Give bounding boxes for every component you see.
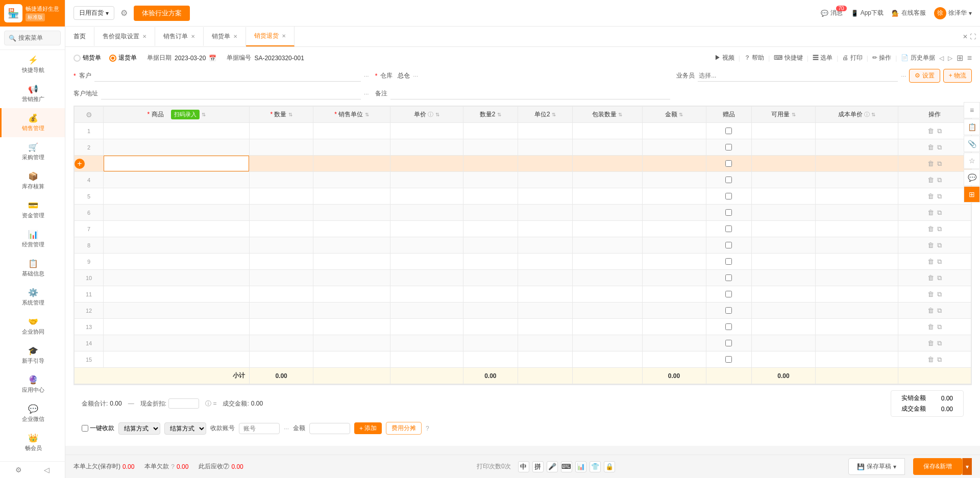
- cell-quantity-9[interactable]: [250, 254, 313, 270]
- sidebar-item-finance[interactable]: 💳 资金管理: [0, 195, 65, 224]
- copy-row-icon-3[interactable]: ⧉: [937, 160, 942, 168]
- cell-product-4[interactable]: [104, 172, 250, 188]
- cell-unit-price-5[interactable]: [390, 188, 463, 205]
- unit2-input-11[interactable]: [518, 286, 572, 302]
- gift-checkbox-4[interactable]: [725, 177, 732, 183]
- cell-amount-1[interactable]: [642, 123, 706, 139]
- cell-quantity-8[interactable]: [250, 237, 313, 254]
- cell-product-11[interactable]: [104, 286, 250, 303]
- cell-unit2-11[interactable]: [518, 286, 572, 303]
- quantity-input-4[interactable]: [250, 172, 313, 188]
- cell-pack-qty-12[interactable]: [573, 303, 642, 319]
- status-icon-3[interactable]: 🎤: [547, 461, 558, 472]
- qty2-input-14[interactable]: [463, 335, 518, 351]
- cell-unit2-4[interactable]: [518, 172, 572, 188]
- cost-price-input-4[interactable]: [816, 172, 898, 188]
- copy-row-icon-6[interactable]: ⧉: [937, 209, 942, 217]
- cell-available-8[interactable]: [751, 237, 815, 254]
- product-input-8[interactable]: [104, 237, 249, 253]
- unit-price-input-4[interactable]: [390, 172, 463, 188]
- quantity-input-6[interactable]: [250, 205, 313, 220]
- cell-amount-15[interactable]: [642, 351, 706, 368]
- status-icon-7[interactable]: 🔒: [604, 461, 615, 472]
- amount-input-3[interactable]: [643, 156, 706, 171]
- item-debt-icon[interactable]: ?: [171, 463, 175, 470]
- cell-available-6[interactable]: [751, 205, 815, 221]
- cell-amount-8[interactable]: [642, 237, 706, 254]
- sales-unit-input-1[interactable]: [313, 123, 390, 139]
- cost-price-input-14[interactable]: [816, 335, 898, 351]
- cell-pack-qty-5[interactable]: [573, 188, 642, 205]
- unit-price-info-icon[interactable]: ⓘ: [428, 111, 433, 117]
- cell-amount-6[interactable]: [642, 205, 706, 221]
- cell-unit2-13[interactable]: [518, 319, 572, 335]
- price-sort-icon[interactable]: ⇅: [435, 112, 439, 117]
- gift-checkbox-cell-10[interactable]: [706, 270, 751, 286]
- cell-cost-price-11[interactable]: [815, 286, 898, 303]
- amount-input-5[interactable]: [643, 188, 706, 204]
- gift-checkbox-13[interactable]: [725, 323, 732, 330]
- gift-checkbox-1[interactable]: [725, 128, 732, 134]
- unit-price-input-5[interactable]: [390, 188, 463, 204]
- cell-amount-12[interactable]: [642, 303, 706, 319]
- cell-product-3[interactable]: [104, 156, 250, 172]
- gift-checkbox-cell-3[interactable]: [706, 156, 751, 171]
- cell-product-7[interactable]: [104, 221, 250, 237]
- gift-checkbox-8[interactable]: [725, 242, 732, 248]
- cell-qty2-1[interactable]: [463, 123, 518, 139]
- copy-row-icon-11[interactable]: ⧉: [937, 290, 942, 298]
- cell-qty2-11[interactable]: [463, 286, 518, 303]
- one-click-checkbox-input[interactable]: [82, 425, 88, 432]
- collapse-sidebar-icon[interactable]: ◁: [44, 466, 50, 474]
- cell-cost-price-2[interactable]: [815, 139, 898, 156]
- sales-unit-input-2[interactable]: [313, 139, 390, 155]
- cell-quantity-5[interactable]: [250, 188, 313, 205]
- delete-row-icon-2[interactable]: 🗑: [927, 143, 934, 151]
- save-draft-button[interactable]: 💾 保存草稿 ▾: [848, 458, 905, 475]
- delete-row-icon-7[interactable]: 🗑: [927, 225, 934, 233]
- cell-amount-2[interactable]: [642, 139, 706, 156]
- qty2-input-7[interactable]: [463, 221, 518, 237]
- available-input-14[interactable]: [752, 335, 815, 351]
- cost-price-input-11[interactable]: [816, 286, 898, 302]
- fee-split-button[interactable]: 费用分摊: [386, 422, 422, 435]
- cell-quantity-15[interactable]: [250, 351, 313, 368]
- product-input-14[interactable]: [104, 335, 249, 351]
- status-icon-4[interactable]: ⌨: [561, 461, 572, 472]
- address-input[interactable]: [101, 88, 361, 99]
- cell-available-3[interactable]: [751, 156, 815, 172]
- cell-quantity-6[interactable]: [250, 205, 313, 221]
- cell-cost-price-10[interactable]: [815, 270, 898, 286]
- quantity-input-1[interactable]: [250, 123, 313, 139]
- copy-row-icon-12[interactable]: ⧉: [937, 307, 942, 315]
- pack-qty-input-11[interactable]: [573, 286, 642, 302]
- cell-unit2-2[interactable]: [518, 139, 572, 156]
- unit-price-input-12[interactable]: [390, 303, 463, 318]
- available-input-3[interactable]: [752, 156, 815, 171]
- cell-unit-price-14[interactable]: [390, 335, 463, 351]
- cell-amount-9[interactable]: [642, 254, 706, 270]
- cell-unit-price-2[interactable]: [390, 139, 463, 156]
- available-input-1[interactable]: [752, 123, 815, 139]
- unit2-input-3[interactable]: [518, 156, 572, 171]
- cell-cost-price-15[interactable]: [815, 351, 898, 368]
- pack-qty-input-15[interactable]: [573, 351, 642, 367]
- amount-input-12[interactable]: [643, 303, 706, 318]
- gift-checkbox-cell-6[interactable]: [706, 205, 751, 220]
- cell-sales-unit-11[interactable]: [313, 286, 390, 303]
- cell-unit2-3[interactable]: [518, 156, 572, 172]
- right-panel-btn-2[interactable]: 📋: [964, 119, 980, 135]
- cell-amount-13[interactable]: [642, 319, 706, 335]
- cell-cost-price-6[interactable]: [815, 205, 898, 221]
- cell-cost-price-7[interactable]: [815, 221, 898, 237]
- cell-unit-price-11[interactable]: [390, 286, 463, 303]
- one-click-payment-checkbox[interactable]: 一键收款: [82, 424, 114, 433]
- cell-unit2-15[interactable]: [518, 351, 572, 368]
- cell-unit2-10[interactable]: [518, 270, 572, 286]
- cell-pack-qty-9[interactable]: [573, 254, 642, 270]
- delete-row-icon-9[interactable]: 🗑: [927, 258, 934, 265]
- cell-cost-price-4[interactable]: [815, 172, 898, 188]
- cell-unit2-14[interactable]: [518, 335, 572, 351]
- qty2-input-9[interactable]: [463, 254, 518, 269]
- gift-checkbox-12[interactable]: [725, 307, 732, 314]
